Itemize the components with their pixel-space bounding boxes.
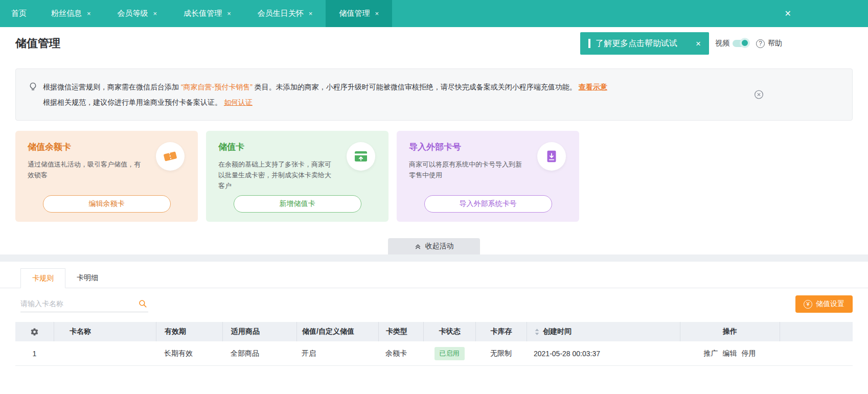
card-rules-section: 卡规则 卡明细 ¥ 储值设置 卡名称 有效期 适用商品 储值/自定义储值 卡类型 bbox=[0, 262, 868, 394]
tab-growth-value-label: 成长值管理 bbox=[184, 9, 222, 18]
tab-card-details[interactable]: 卡明细 bbox=[65, 268, 109, 288]
balance-card-desc: 通过储值送礼活动，吸引客户储值，有效锁客 bbox=[28, 159, 144, 180]
how-to-certify-link[interactable]: 如何认证 bbox=[224, 98, 253, 106]
banner-close-icon[interactable]: × bbox=[696, 39, 701, 48]
cell-created-at: 2021-05-28 00:03:37 bbox=[527, 341, 680, 365]
collapse-activities-button[interactable]: 收起活动 bbox=[388, 238, 480, 254]
gear-icon bbox=[30, 328, 39, 336]
video-label: 视频 bbox=[715, 39, 729, 48]
tab-member-level-label: 会员等级 bbox=[118, 9, 148, 18]
col-card-stock: 卡库存 bbox=[475, 322, 527, 341]
action-promote[interactable]: 推广 bbox=[704, 349, 718, 358]
card-name-search bbox=[20, 296, 148, 312]
table-controls: ¥ 储值设置 bbox=[0, 288, 868, 319]
collapse-row: 收起活动 bbox=[0, 238, 868, 254]
edit-balance-card-button[interactable]: 编辑余额卡 bbox=[43, 195, 171, 213]
notice-line1-pre: 根据微信运营规则，商家需在微信后台添加 bbox=[43, 83, 179, 91]
col-actions: 操作 bbox=[680, 322, 780, 341]
tab-stored-value-label: 储值管理 bbox=[339, 9, 370, 18]
import-external-card-button[interactable]: 导入外部系统卡号 bbox=[424, 195, 552, 213]
page-title: 储值管理 bbox=[15, 36, 60, 51]
notice-close-icon[interactable] bbox=[753, 89, 764, 100]
rules-tab-bar: 卡规则 卡明细 bbox=[0, 268, 868, 288]
column-settings-gear[interactable] bbox=[15, 322, 54, 341]
col-card-type: 卡类型 bbox=[378, 322, 423, 341]
search-icon[interactable] bbox=[138, 299, 147, 308]
cell-card-type: 余额卡 bbox=[378, 341, 423, 365]
question-icon: ? bbox=[756, 39, 765, 48]
cell-card-name bbox=[54, 341, 156, 365]
balance-card-panel: 储值余额卡 通过储值送礼活动，吸引客户储值，有效锁客 编辑余额卡 bbox=[15, 131, 198, 222]
add-stored-value-card-button[interactable]: 新增储值卡 bbox=[234, 195, 361, 213]
settings-button-label: 储值设置 bbox=[816, 299, 844, 309]
help-control[interactable]: ? 帮助 bbox=[756, 39, 782, 48]
section-gap bbox=[0, 254, 868, 262]
notice-line2-text: 根据相关规范，建议你进行单用途商业预付卡备案认证。 bbox=[43, 98, 222, 106]
header-right-tools: 了解更多点击帮助试试 × 视频 ? 帮助 bbox=[580, 27, 782, 60]
card-feature-row: 储值余额卡 通过储值送礼活动，吸引客户储值，有效锁客 编辑余额卡 储值卡 在余额… bbox=[15, 131, 853, 222]
tab-member-birthday-label: 会员生日关怀 bbox=[258, 9, 304, 18]
tab-close-icon[interactable]: × bbox=[375, 10, 379, 17]
col-filler bbox=[780, 322, 853, 341]
ticket-icon bbox=[156, 142, 185, 171]
stored-value-card-panel: 储值卡 在余额的基础上支持了多张卡，商家可以批量生成卡密，并制成实体卡卖给大客户… bbox=[206, 131, 389, 222]
notice-line1-mid: 类目。未添加的商家，小程序升级时可能被微信审核拒绝，请尽快完成备案或关闭小程序端… bbox=[255, 83, 577, 91]
cell-actions: 推广 编辑 停用 bbox=[680, 341, 780, 365]
tab-close-icon[interactable]: × bbox=[309, 10, 313, 17]
sort-icon[interactable] bbox=[534, 328, 540, 336]
import-external-card-panel: 导入外部卡号 商家可以将原有系统中的卡号导入到新零售中使用 导入外部系统卡号 bbox=[397, 131, 579, 222]
tab-close-icon[interactable]: × bbox=[227, 10, 231, 17]
view-example-link[interactable]: 查看示意 bbox=[579, 83, 607, 91]
tab-member-birthday[interactable]: 会员生日关怀 × bbox=[244, 0, 326, 27]
notice-category-highlight: “商家自营-预付卡销售” bbox=[181, 83, 253, 91]
tab-home-label: 首页 bbox=[11, 9, 27, 18]
action-disable[interactable]: 停用 bbox=[742, 349, 756, 358]
row-actions: 推广 编辑 停用 bbox=[704, 349, 756, 358]
card-upload-icon bbox=[347, 142, 375, 171]
tab-growth-value[interactable]: 成长值管理 × bbox=[170, 0, 244, 27]
banner-text: 了解更多点击帮助试试 bbox=[596, 38, 677, 49]
double-chevron-up-icon bbox=[415, 243, 421, 250]
notice-text: 根据微信运营规则，商家需在微信后台添加 “商家自营-预付卡销售” 类目。未添加的… bbox=[43, 79, 607, 110]
collapse-label: 收起活动 bbox=[425, 242, 454, 251]
cell-validity: 长期有效 bbox=[156, 341, 222, 365]
search-input[interactable] bbox=[20, 296, 148, 312]
table-header: 卡名称 有效期 适用商品 储值/自定义储值 卡类型 卡状态 卡库存 创建时间 操… bbox=[15, 322, 853, 341]
tab-fans-info[interactable]: 粉丝信息 × bbox=[38, 0, 104, 27]
card-rules-table: 卡名称 有效期 适用商品 储值/自定义储值 卡类型 卡状态 卡库存 创建时间 操… bbox=[15, 322, 853, 366]
col-created-at: 创建时间 bbox=[527, 322, 680, 341]
col-validity: 有效期 bbox=[156, 322, 222, 341]
table-row: 1 长期有效 全部商品 开启 余额卡 已启用 无限制 2021-05-28 00… bbox=[15, 341, 853, 366]
row-index: 1 bbox=[15, 341, 54, 365]
col-card-status: 卡状态 bbox=[423, 322, 475, 341]
import-external-desc: 商家可以将原有系统中的卡号导入到新零售中使用 bbox=[409, 159, 526, 180]
stored-value-card-desc: 在余额的基础上支持了多张卡，商家可以批量生成卡密，并制成实体卡卖给大客户 bbox=[218, 159, 335, 191]
wechat-notice: 根据微信运营规则，商家需在微信后台添加 “商家自营-预付卡销售” 类目。未添加的… bbox=[15, 68, 853, 121]
tab-fans-info-label: 粉丝信息 bbox=[51, 9, 82, 18]
notice-line-2: 根据相关规范，建议你进行单用途商业预付卡备案认证。 如何认证 bbox=[43, 95, 607, 110]
status-badge: 已启用 bbox=[435, 347, 465, 360]
col-stored-value: 储值/自定义储值 bbox=[296, 322, 378, 341]
video-toggle[interactable] bbox=[733, 40, 748, 47]
app-tab-bar: 首页 粉丝信息 × 会员等级 × 成长值管理 × 会员生日关怀 × 储值管理 ×… bbox=[0, 0, 868, 27]
help-tip-banner: 了解更多点击帮助试试 × bbox=[580, 32, 709, 55]
video-toggle-control[interactable]: 视频 bbox=[715, 39, 750, 48]
help-label: 帮助 bbox=[768, 39, 782, 48]
tab-close-icon[interactable]: × bbox=[87, 10, 91, 17]
tab-close-icon[interactable]: × bbox=[153, 10, 157, 17]
tab-stored-value[interactable]: 储值管理 × bbox=[326, 0, 392, 27]
toggle-knob bbox=[740, 38, 750, 48]
banner-accent-bar bbox=[588, 39, 590, 48]
close-all-tabs-icon[interactable]: ✕ bbox=[785, 0, 791, 27]
tab-member-level[interactable]: 会员等级 × bbox=[104, 0, 171, 27]
notice-line-1: 根据微信运营规则，商家需在微信后台添加 “商家自营-预付卡销售” 类目。未添加的… bbox=[43, 79, 607, 95]
action-edit[interactable]: 编辑 bbox=[723, 349, 737, 358]
tab-card-rules[interactable]: 卡规则 bbox=[20, 268, 65, 288]
cell-status: 已启用 bbox=[423, 341, 475, 365]
cell-products: 全部商品 bbox=[222, 341, 296, 365]
yen-icon: ¥ bbox=[804, 300, 812, 309]
tab-home[interactable]: 首页 bbox=[0, 0, 38, 27]
stored-value-settings-button[interactable]: ¥ 储值设置 bbox=[795, 295, 853, 313]
lightbulb-icon bbox=[28, 82, 38, 110]
col-card-name: 卡名称 bbox=[54, 322, 156, 341]
